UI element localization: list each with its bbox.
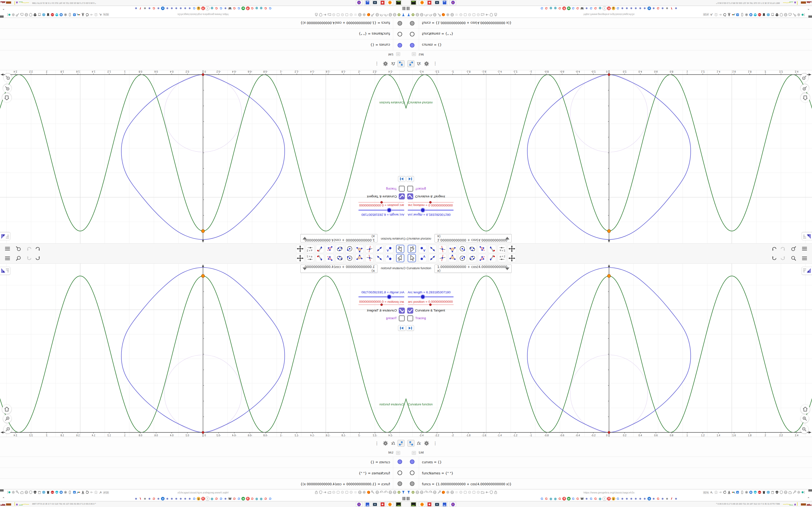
translate-blue-icon[interactable]: A	[735, 12, 740, 17]
bookmark-favicon[interactable]: G	[558, 496, 562, 501]
radio-icon[interactable]	[459, 490, 463, 495]
trash-icon[interactable]	[762, 12, 766, 17]
globe-icon[interactable]	[393, 490, 397, 495]
function-input[interactable]: 1.000000000000 + cos(4.000000000000 x)	[435, 265, 512, 273]
bookmark-favicon[interactable]: Я	[201, 496, 205, 501]
zoom-in-button[interactable]	[3, 414, 11, 423]
bookmark-favicon[interactable]: ∗	[147, 496, 152, 501]
arc-length-slider[interactable]	[408, 296, 454, 297]
taskbar-app-screenshot-tool[interactable]	[395, 0, 402, 5]
angle-tool-button[interactable]: α	[326, 254, 334, 262]
algebra-sort-button[interactable]	[398, 60, 405, 67]
circle-tool-button[interactable]	[346, 254, 354, 262]
function-input[interactable]: 1.000000000000 + cos(4.000000000000 x)	[435, 234, 512, 242]
reflect-tool-button[interactable]	[488, 245, 496, 253]
visibility-toggle-funcs[interactable]	[398, 21, 402, 25]
bookmark-favicon[interactable]: ∗	[147, 6, 152, 11]
target-dot-icon[interactable]	[397, 490, 401, 495]
arc-length-slider-knob[interactable]	[388, 295, 391, 299]
more-menu-button[interactable]: ⋮	[373, 440, 380, 447]
undo-button[interactable]	[771, 255, 778, 262]
reload-icon[interactable]	[85, 490, 89, 495]
translate-icon[interactable]: Ax	[710, 490, 714, 495]
plus-blue-icon[interactable]	[749, 490, 753, 495]
shield-cyan-icon[interactable]	[55, 12, 59, 17]
bookmark-favicon[interactable]: i	[602, 6, 607, 11]
paint-icon[interactable]	[77, 12, 81, 17]
zoom-out-button[interactable]	[4, 74, 12, 82]
menu-button[interactable]	[4, 255, 11, 262]
arrow-right-icon[interactable]	[718, 12, 722, 17]
line-tool-button[interactable]	[375, 245, 384, 253]
firefox-icon[interactable]	[441, 12, 445, 17]
taskbar-app-floppy-64[interactable]: 64	[441, 0, 448, 5]
polygon-tool-button[interactable]	[448, 254, 457, 262]
bookmark-favicon[interactable]: G	[250, 496, 255, 501]
bookmark-favicon[interactable]: ∗	[660, 6, 665, 11]
curvature-tangent-checkbox[interactable]	[399, 193, 405, 200]
paint-icon[interactable]	[77, 490, 81, 495]
zoom-out-button[interactable]	[800, 74, 808, 82]
arc-position-point[interactable]	[608, 432, 610, 434]
taskbar-app-firefox[interactable]	[387, 502, 393, 507]
settings-button[interactable]	[423, 60, 430, 67]
download-icon[interactable]	[81, 12, 85, 17]
taskbar-app-display[interactable]	[372, 502, 378, 507]
globe-icon[interactable]	[358, 12, 362, 17]
bookmark-favicon[interactable]: ∗	[183, 496, 188, 501]
taskbar-app-floppy-64[interactable]: 64	[364, 0, 371, 5]
line-tool-button[interactable]	[428, 254, 437, 262]
circle-tool-button[interactable]	[458, 245, 466, 253]
bookmark-favicon[interactable]: G	[152, 6, 156, 11]
ellipse-tool-button[interactable]	[468, 254, 476, 262]
more-menu-button[interactable]: ⋮	[373, 60, 380, 67]
curve-point[interactable]	[202, 275, 205, 278]
url-text[interactable]: https://www.geogebra.org/classic/aagcxh3…	[583, 13, 635, 16]
taskbar-app-screenshot-tool[interactable]	[410, 0, 417, 5]
radio-icon[interactable]	[467, 490, 471, 495]
trash-icon[interactable]	[762, 490, 766, 495]
bookmark-favicon[interactable]: Я	[607, 496, 611, 501]
badge-red-icon[interactable]: ICP	[757, 490, 761, 495]
graphics-stylebar-button[interactable]	[802, 232, 812, 240]
gear-filled-icon[interactable]	[63, 12, 68, 17]
lock-icon[interactable]	[314, 490, 318, 495]
bookmark-favicon[interactable]: ∗	[625, 496, 629, 501]
gauge-icon[interactable]	[384, 12, 388, 17]
bookmark-favicon[interactable]: G	[593, 496, 598, 501]
paint-icon[interactable]	[731, 490, 735, 495]
trash-outline-icon[interactable]	[38, 490, 42, 495]
filter-funnel-icon[interactable]	[406, 12, 411, 17]
angle-tool-button[interactable]: α	[326, 245, 334, 253]
bookmark-favicon[interactable]: ∗	[652, 496, 656, 501]
arc-length-slider-knob[interactable]	[388, 208, 391, 212]
bookmark-favicon[interactable]: ∗	[143, 6, 147, 11]
visibility-toggle-curves[interactable]	[398, 43, 402, 48]
bookmark-favicon[interactable]: ∗	[179, 6, 183, 11]
bookmark-favicon[interactable]: G	[616, 6, 620, 11]
skip-to-end-button[interactable]	[406, 176, 414, 182]
globe-icon[interactable]	[393, 12, 397, 17]
plus-blue-icon[interactable]	[59, 12, 63, 17]
square-icon[interactable]	[345, 12, 349, 17]
tracing-checkbox[interactable]	[399, 315, 405, 321]
angle-tool-button[interactable]: α	[478, 245, 486, 253]
filter-funnel-icon[interactable]	[401, 490, 406, 495]
globe-icon[interactable]	[358, 490, 362, 495]
bookmark-favicon[interactable]: G	[589, 6, 594, 11]
collapse-list-button[interactable]: −	[412, 451, 416, 455]
badge-red-icon[interactable]: ICP	[757, 12, 761, 17]
radio-icon[interactable]	[459, 12, 463, 17]
shield-icon[interactable]	[29, 490, 33, 495]
url-text[interactable]: https://www.geogebra.org/classic/aagcxh3…	[177, 13, 229, 16]
taskbar-app-screenshot-tool[interactable]	[395, 502, 402, 507]
square-icon[interactable]	[472, 490, 476, 495]
globe-icon[interactable]	[415, 490, 419, 495]
globe-icon[interactable]	[419, 12, 424, 17]
globe-color-icon[interactable]	[42, 490, 46, 495]
filter-funnel-icon[interactable]	[406, 490, 411, 495]
shield-icon[interactable]	[319, 12, 323, 17]
more-menu-button[interactable]: ⋮	[432, 60, 439, 67]
fx-style-button[interactable]: fx	[415, 440, 422, 447]
taskbar-app-firefox[interactable]	[387, 0, 393, 5]
